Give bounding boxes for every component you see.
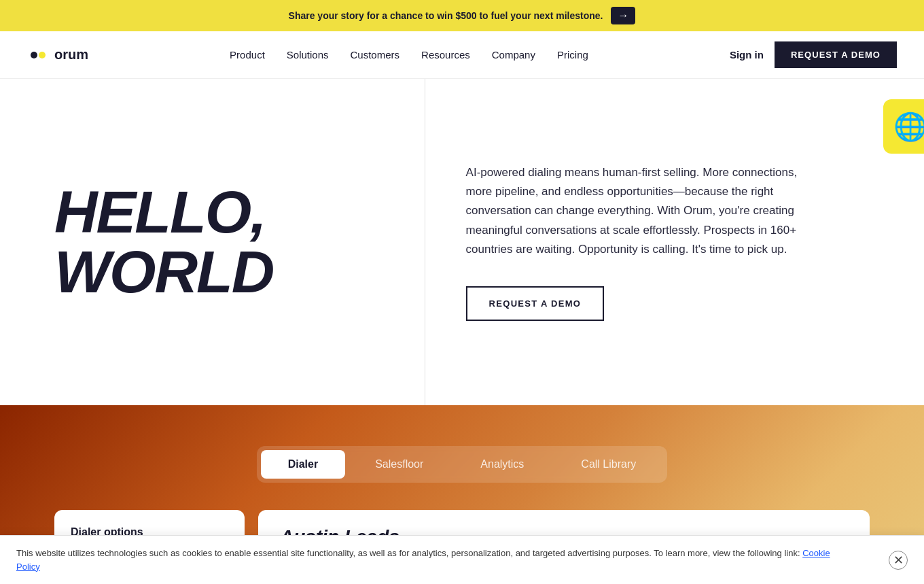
hero-request-demo-button[interactable]: REQUEST A DEMO [466,286,605,321]
logo-icon [27,44,49,66]
nav-item-company[interactable]: Company [484,44,544,66]
nav-actions: Sign in REQUEST A DEMO [730,41,897,68]
hero-headline-line1: HELLO, [54,178,266,245]
svg-point-1 [39,52,46,58]
announcement-bar: Share your story for a chance to win $50… [0,0,924,31]
tab-salesfloor[interactable]: Salesfloor [348,450,450,479]
nav-item-solutions[interactable]: Solutions [279,44,337,66]
navbar: orum Product Solutions Customers Resourc… [0,31,924,79]
cookie-text: This website utilizes technologies such … [16,547,832,573]
globe-icon: 🌐 [883,99,924,154]
logo-text: orum [54,47,88,63]
nav-links: Product Solutions Customers Resources Co… [221,49,597,61]
announcement-arrow-button[interactable]: → [611,7,635,24]
announcement-text: Share your story for a chance to win $50… [289,10,603,21]
hero-section: HELLO, WORLD AI-powered dialing means hu… [0,79,924,405]
tab-dialer[interactable]: Dialer [261,450,345,479]
nav-item-customers[interactable]: Customers [342,44,408,66]
nav-item-product[interactable]: Product [221,44,273,66]
hero-headline-line2: WORLD [54,238,273,305]
nav-item-pricing[interactable]: Pricing [549,44,597,66]
nav-item-resources[interactable]: Resources [413,44,478,66]
cookie-close-button[interactable]: ✕ [889,551,908,570]
cookie-banner: This website utilizes technologies such … [0,535,924,584]
hero-body-text: AI-powered dialing means human-first sel… [466,163,819,258]
product-tabs: Dialer Salesfloor Analytics Call Library [257,446,668,483]
sign-in-button[interactable]: Sign in [730,49,764,61]
hero-right: AI-powered dialing means human-first sel… [425,79,924,405]
tab-call-library[interactable]: Call Library [554,450,663,479]
hero-headline: HELLO, WORLD [54,182,273,302]
svg-point-0 [31,52,37,58]
hero-left: HELLO, WORLD [0,79,425,405]
logo[interactable]: orum [27,44,88,66]
tab-analytics[interactable]: Analytics [453,450,551,479]
nav-request-demo-button[interactable]: REQUEST A DEMO [775,41,897,68]
